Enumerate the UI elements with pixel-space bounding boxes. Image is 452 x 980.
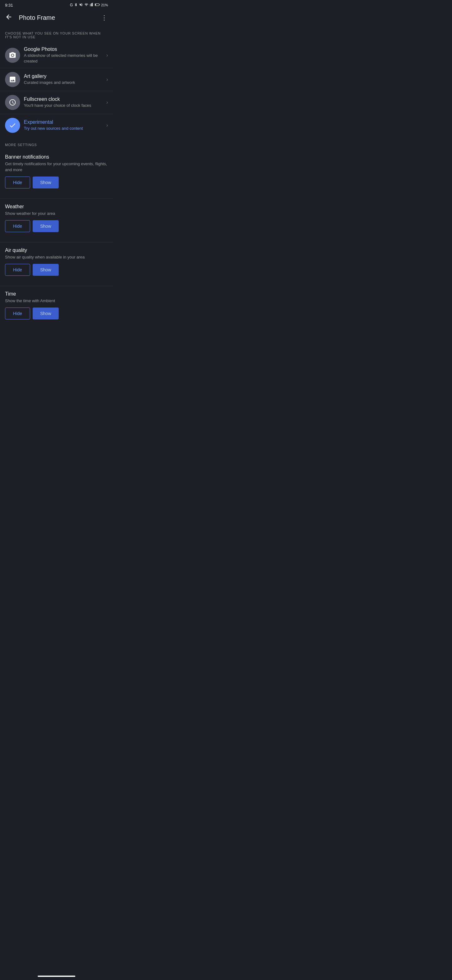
air-quality-buttons: Hide Show — [5, 264, 108, 276]
weather-block: Weather Show weather for your area Hide … — [0, 199, 113, 242]
experimental-chevron: › — [106, 123, 108, 128]
experimental-item[interactable]: Experimental Try out new sources and con… — [0, 114, 113, 137]
signal-icon — [90, 3, 94, 8]
weather-buttons: Hide Show — [5, 220, 108, 232]
bluetooth-icon — [74, 3, 78, 8]
banner-notifications-desc: Get timely notifications for your upcomi… — [5, 161, 108, 172]
battery-icon — [95, 3, 100, 7]
google-photos-content: Google Photos A slideshow of selected me… — [20, 46, 106, 64]
camera-icon — [9, 51, 16, 59]
air-quality-block: Air quality Show air quality when availa… — [0, 242, 113, 286]
battery-percent: 21% — [101, 3, 108, 7]
weather-title: Weather — [5, 204, 108, 210]
google-services-icon: G — [70, 3, 73, 7]
mute-icon — [79, 3, 83, 8]
google-photos-subtitle: A slideshow of selected memories will be… — [24, 53, 103, 64]
weather-hide-button[interactable]: Hide — [5, 220, 30, 232]
experimental-title: Experimental — [24, 119, 103, 125]
banner-notifications-title: Banner notifications — [5, 154, 108, 160]
svg-rect-0 — [90, 4, 90, 6]
more-options-button[interactable]: ⋮ — [97, 10, 112, 25]
page-title: Photo Frame — [16, 14, 97, 21]
more-settings-header: MORE SETTINGS — [0, 137, 113, 149]
time-block: Time Show the time with Ambient Hide Sho… — [0, 286, 113, 329]
google-photos-item[interactable]: Google Photos A slideshow of selected me… — [0, 43, 113, 68]
art-gallery-item[interactable]: Art gallery Curated images and artwork › — [0, 68, 113, 91]
status-bar: 9:31 G 21% — [0, 0, 113, 9]
svg-rect-3 — [92, 3, 93, 6]
svg-rect-1 — [90, 4, 91, 6]
time-item: Time Show the time with Ambient Hide Sho… — [0, 286, 113, 325]
google-photos-icon-bg — [5, 48, 20, 63]
fullscreen-clock-chevron: › — [106, 100, 108, 105]
weather-show-button[interactable]: Show — [33, 220, 59, 232]
art-gallery-content: Art gallery Curated images and artwork — [20, 73, 106, 86]
art-gallery-subtitle: Curated images and artwork — [24, 80, 103, 86]
air-quality-desc: Show air quality when available in your … — [5, 255, 108, 260]
banner-notifications-item: Banner notifications Get timely notifica… — [0, 149, 113, 193]
experimental-icon-bg — [5, 118, 20, 133]
experimental-content: Experimental Try out new sources and con… — [20, 119, 106, 131]
time-desc: Show the time with Ambient — [5, 298, 108, 304]
svg-rect-2 — [91, 3, 92, 6]
screen-section-header: CHOOSE WHAT YOU SEE ON YOUR SCREEN WHEN … — [0, 26, 113, 43]
fullscreen-clock-title: Fullscreen clock — [24, 96, 103, 102]
weather-desc: Show weather for your area — [5, 211, 108, 216]
fullscreen-clock-icon-bg — [5, 95, 20, 110]
time-title: Time — [5, 291, 108, 297]
fullscreen-clock-subtitle: You'll have your choice of clock faces — [24, 103, 103, 108]
time-hide-button[interactable]: Hide — [5, 307, 30, 320]
art-gallery-icon-bg — [5, 72, 20, 87]
banner-notifications-block: Banner notifications Get timely notifica… — [0, 149, 113, 198]
air-quality-title: Air quality — [5, 248, 108, 253]
banner-notifications-buttons: Hide Show — [5, 177, 108, 188]
fullscreen-clock-content: Fullscreen clock You'll have your choice… — [20, 96, 106, 108]
wifi-icon — [84, 3, 89, 7]
status-time: 9:31 — [5, 3, 13, 8]
back-button[interactable] — [1, 10, 16, 25]
google-photos-chevron: › — [106, 52, 108, 58]
image-icon — [9, 76, 16, 83]
status-icons: G 21% — [70, 3, 108, 8]
svg-rect-5 — [99, 5, 100, 5]
experimental-subtitle: Try out new sources and content — [24, 126, 103, 131]
banner-notifications-show-button[interactable]: Show — [33, 177, 59, 188]
air-quality-hide-button[interactable]: Hide — [5, 264, 30, 276]
clock-icon — [9, 99, 16, 106]
back-arrow-icon — [5, 13, 13, 22]
app-bar: Photo Frame ⋮ — [0, 9, 113, 26]
google-photos-title: Google Photos — [24, 46, 103, 52]
art-gallery-chevron: › — [106, 76, 108, 82]
art-gallery-title: Art gallery — [24, 73, 103, 79]
svg-rect-6 — [95, 4, 96, 6]
more-options-icon: ⋮ — [101, 14, 108, 21]
banner-notifications-hide-button[interactable]: Hide — [5, 177, 30, 188]
checkmark-icon — [9, 122, 16, 129]
weather-item: Weather Show weather for your area Hide … — [0, 199, 113, 237]
time-buttons: Hide Show — [5, 307, 108, 320]
time-show-button[interactable]: Show — [33, 307, 59, 320]
fullscreen-clock-item[interactable]: Fullscreen clock You'll have your choice… — [0, 91, 113, 114]
air-quality-item: Air quality Show air quality when availa… — [0, 242, 113, 281]
air-quality-show-button[interactable]: Show — [33, 264, 59, 276]
